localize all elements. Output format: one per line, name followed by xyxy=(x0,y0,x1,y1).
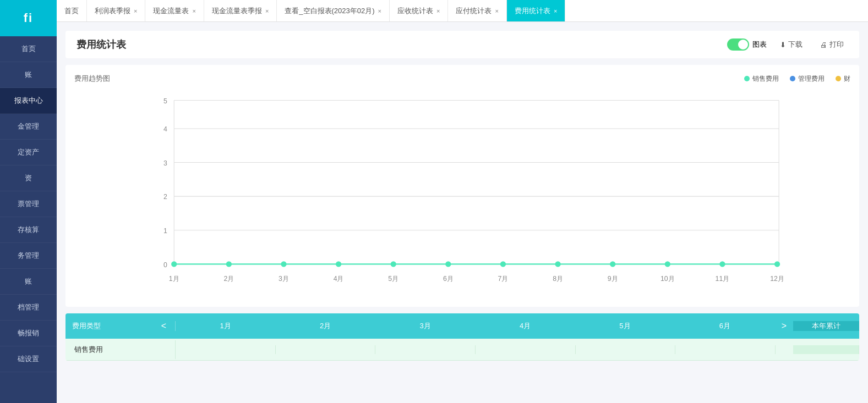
header-actions: 图表 ⬇ 下载 🖨 打印 xyxy=(727,37,848,52)
tab-receivable[interactable]: 应收统计表 × xyxy=(390,0,448,22)
close-tab-cashflow[interactable]: × xyxy=(192,8,195,14)
svg-text:1: 1 xyxy=(163,227,167,235)
svg-text:5: 5 xyxy=(163,97,167,105)
page-header: 费用统计表 图表 ⬇ 下载 🖨 打印 xyxy=(65,31,859,58)
sidebar-item-archive[interactable]: 档管理 xyxy=(0,295,57,321)
legend-dot-admin xyxy=(790,76,795,81)
svg-point-19 xyxy=(445,261,451,267)
legend-finance: 财 xyxy=(836,74,850,84)
download-icon: ⬇ xyxy=(780,41,786,49)
svg-text:0: 0 xyxy=(163,261,167,269)
sidebar-item-service[interactable]: 务管理 xyxy=(0,243,57,269)
th-month-1: 1月 xyxy=(176,321,275,331)
tab-profit-quarterly[interactable]: 利润表季报 × xyxy=(87,0,145,22)
legend-dot-sales xyxy=(744,76,750,81)
sidebar-item-fixed-assets[interactable]: 定资产 xyxy=(0,140,57,165)
td-val-6 xyxy=(675,345,776,354)
svg-text:9月: 9月 xyxy=(608,275,618,283)
td-val-1 xyxy=(176,345,276,354)
tab-cashflow[interactable]: 现金流量表 × xyxy=(145,0,204,22)
legend-label-sales: 销售费用 xyxy=(752,74,779,84)
svg-text:10月: 10月 xyxy=(660,275,675,283)
chart-title: 费用趋势图 xyxy=(74,74,110,84)
content-area: 费用统计表 图表 ⬇ 下载 🖨 打印 费用趋势图 xyxy=(57,22,868,403)
th-type: 费用类型 < xyxy=(65,321,176,331)
toggle-label: 图表 xyxy=(752,40,767,49)
th-month-6: 6月 xyxy=(675,321,774,331)
tab-blank-report[interactable]: 查看_空白报表(2023年02月) × xyxy=(277,0,390,22)
td-val-4 xyxy=(476,345,576,354)
sidebar-item-account[interactable]: 账 xyxy=(0,62,57,88)
svg-text:3: 3 xyxy=(163,159,167,167)
page-title: 费用统计表 xyxy=(77,38,126,51)
svg-text:1月: 1月 xyxy=(169,275,179,283)
svg-text:8月: 8月 xyxy=(553,275,563,283)
svg-text:7月: 7月 xyxy=(498,275,509,283)
chart-toggle-wrap: 图表 xyxy=(727,38,767,51)
svg-point-24 xyxy=(719,261,725,267)
legend-label-admin: 管理费用 xyxy=(798,74,825,84)
main-area: 首页 利润表季报 × 现金流量表 × 现金流量表季报 × 查看_空白报表(202… xyxy=(57,0,868,403)
chart-container: 0 1 2 3 4 5 xyxy=(74,89,850,298)
download-button[interactable]: ⬇ 下载 xyxy=(776,37,807,52)
svg-text:3月: 3月 xyxy=(279,275,289,283)
svg-point-22 xyxy=(610,261,615,267)
sidebar-item-settings[interactable]: 础设置 xyxy=(0,346,57,372)
svg-point-20 xyxy=(500,261,506,267)
sidebar-item-ledger[interactable]: 账 xyxy=(0,269,57,295)
th-month-3: 3月 xyxy=(375,321,475,331)
svg-point-23 xyxy=(665,261,670,267)
sidebar-item-finance[interactable]: 金管理 xyxy=(0,114,57,140)
svg-text:4月: 4月 xyxy=(334,275,344,283)
svg-text:12月: 12月 xyxy=(770,275,784,283)
close-tab-receivable[interactable]: × xyxy=(436,8,440,14)
svg-text:2: 2 xyxy=(163,193,167,201)
close-tab-blank-report[interactable]: × xyxy=(378,8,381,14)
svg-text:11月: 11月 xyxy=(716,275,730,283)
svg-text:5月: 5月 xyxy=(388,275,398,283)
close-tab-cashflow-quarterly[interactable]: × xyxy=(265,8,269,14)
td-type: 销售费用 xyxy=(65,340,176,359)
svg-point-18 xyxy=(391,261,396,267)
legend-sales: 销售费用 xyxy=(744,74,779,84)
print-icon: 🖨 xyxy=(820,41,827,49)
next-month-button[interactable]: > xyxy=(779,321,789,331)
td-val-3 xyxy=(375,345,476,354)
prev-month-button[interactable]: < xyxy=(159,321,168,331)
th-month-5: 5月 xyxy=(575,321,675,331)
sidebar-item-invoice[interactable]: 票管理 xyxy=(0,191,57,217)
svg-text:4: 4 xyxy=(163,125,167,133)
sidebar-item-report-center[interactable]: 报表中心 xyxy=(0,88,57,114)
legend-label-finance: 财 xyxy=(844,74,850,84)
svg-point-21 xyxy=(555,261,560,267)
print-button[interactable]: 🖨 打印 xyxy=(816,37,848,52)
tab-payable[interactable]: 应付统计表 × xyxy=(448,0,506,22)
sidebar-logo: fi xyxy=(0,0,57,36)
tab-expense-stats[interactable]: 费用统计表 × xyxy=(507,0,565,22)
svg-point-14 xyxy=(171,261,177,267)
svg-point-16 xyxy=(281,261,286,267)
sidebar-item-home[interactable]: 首页 xyxy=(0,36,57,62)
sidebar: fi 首页 账 报表中心 金管理 定资产 资 票管理 存核算 务管理 账 档管理… xyxy=(0,0,57,403)
close-tab-profit-quarterly[interactable]: × xyxy=(134,8,137,14)
tab-bar: 首页 利润表季报 × 现金流量表 × 现金流量表季报 × 查看_空白报表(202… xyxy=(57,0,868,22)
sidebar-item-inventory[interactable]: 存核算 xyxy=(0,217,57,243)
table-row: 销售费用 xyxy=(65,339,859,361)
chart-legend: 销售费用 管理费用 财 xyxy=(744,74,850,84)
th-month-4: 4月 xyxy=(475,321,575,331)
chart-toggle[interactable] xyxy=(727,38,749,51)
close-tab-expense-stats[interactable]: × xyxy=(554,8,557,14)
svg-point-17 xyxy=(336,261,341,267)
legend-admin: 管理费用 xyxy=(790,74,825,84)
svg-text:2月: 2月 xyxy=(223,275,234,283)
legend-dot-finance xyxy=(836,76,841,81)
sidebar-item-capital[interactable]: 资 xyxy=(0,165,57,191)
svg-point-15 xyxy=(226,261,232,267)
sidebar-item-expense[interactable]: 畅报销 xyxy=(0,321,57,346)
tab-home[interactable]: 首页 xyxy=(57,0,87,22)
table-header-row: 费用类型 < 1月 2月 3月 4月 5月 6月 > 本年累计 xyxy=(65,313,859,339)
svg-text:6月: 6月 xyxy=(443,275,454,283)
td-val-5 xyxy=(576,345,676,354)
close-tab-payable[interactable]: × xyxy=(495,8,498,14)
tab-cashflow-quarterly[interactable]: 现金流量表季报 × xyxy=(204,0,277,22)
